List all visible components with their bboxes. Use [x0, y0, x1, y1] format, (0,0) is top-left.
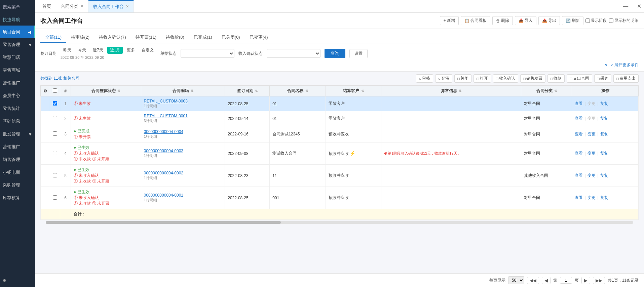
review-button[interactable]: ○ 审核 — [416, 74, 433, 83]
row1-code-link[interactable]: RETAIL_CUSTOM-0003 — [144, 99, 222, 104]
status-tab-completed[interactable]: 已完成(1) — [189, 32, 217, 43]
sidebar-item-stock[interactable]: 库存核算 — [0, 192, 35, 204]
row5-copy-btn[interactable]: 复制 — [600, 173, 608, 178]
sidebar-item-retail-mgmt[interactable]: 零售管理 ▼ — [0, 38, 35, 51]
delete-button[interactable]: 🗑 删除 — [492, 16, 513, 25]
sidebar-item-smart-store[interactable]: 智慧门店 — [0, 51, 35, 64]
contract-board-button[interactable]: 📋 合同看板 — [461, 16, 490, 25]
next-page-button[interactable]: ▶ — [581, 277, 590, 284]
row4-change-btn[interactable]: 变更 — [588, 151, 596, 156]
row2-code-link[interactable]: RETAIL_CUSTOM-0001 — [144, 114, 222, 118]
query-button[interactable]: 查询 — [325, 49, 345, 58]
sidebar-item-base-info[interactable]: 基础信息 — [0, 115, 35, 128]
show-detail-checkbox[interactable]: 显示标的明细 — [609, 18, 639, 24]
row3-copy-btn[interactable]: 复制 — [600, 132, 608, 136]
set-button[interactable]: 设置 — [349, 49, 368, 58]
refresh-button[interactable]: 🔄 刷新 — [562, 16, 583, 25]
row1-view-btn[interactable]: 查看 — [575, 101, 583, 106]
bill-status-select[interactable] — [181, 49, 234, 58]
tab-close-contract-category[interactable]: ✕ — [80, 4, 83, 8]
expand-conditions-button[interactable]: ∨ ∨ 展开更多条件 — [605, 62, 639, 68]
row5-change-btn[interactable]: 变更 — [588, 173, 596, 178]
col-sign-date[interactable]: 签订日期 ⇅ — [225, 86, 270, 96]
status-tab-pending-receipt[interactable]: 待收款(8) — [161, 32, 189, 43]
sidebar-item-sales-mgmt[interactable]: 销售管理 — [0, 153, 35, 166]
col-contract-name[interactable]: 合同名称 ⇅ — [270, 86, 326, 96]
date-btn-today[interactable]: 今天 — [75, 47, 89, 54]
status-tab-closed[interactable]: 已关闭(0) — [217, 32, 245, 43]
sidebar-item-member[interactable]: 会员中心 — [0, 89, 35, 102]
col-contract-status[interactable]: 合同整体状态 ⇅ — [71, 86, 141, 96]
col-contract-code[interactable]: 合同编码 ⇅ — [141, 86, 225, 96]
first-page-button[interactable]: ◀◀ — [527, 277, 539, 284]
row2-checkbox[interactable] — [50, 111, 60, 126]
row1-checkbox[interactable] — [50, 96, 60, 111]
export-button[interactable]: 📤 导出 — [538, 16, 560, 25]
sidebar-item-wholesale[interactable]: 批发管理 ▼ — [0, 128, 35, 140]
row2-copy-btn[interactable]: 复制 — [600, 116, 608, 121]
row3-checkbox[interactable] — [50, 126, 60, 142]
close-button[interactable]: □ 关闭 — [454, 74, 471, 83]
sidebar-item-ecommerce[interactable]: 小畅电商 — [0, 166, 35, 179]
expense-out-button[interactable]: □ 费用支出 — [613, 74, 639, 83]
close-icon[interactable]: ✕ — [637, 3, 641, 9]
date-btn-custom[interactable]: 自定义 — [139, 47, 156, 54]
sidebar-item-purchase[interactable]: 采购管理 — [0, 179, 35, 192]
sidebar-quick-nav[interactable]: 快捷导航 — [0, 14, 35, 26]
row3-view-btn[interactable]: 查看 — [575, 132, 583, 136]
sidebar-item-marketing2[interactable]: 营销推广 — [0, 140, 35, 153]
col-abnormal[interactable]: 异常信息 ⇅ — [381, 86, 521, 96]
row4-checkbox[interactable] — [50, 142, 60, 165]
row5-checkbox[interactable] — [50, 165, 60, 187]
date-btn-more[interactable]: 更多 — [124, 47, 138, 54]
row4-copy-btn[interactable]: 复制 — [600, 151, 608, 156]
row4-view-btn[interactable]: 查看 — [575, 151, 583, 156]
col-category[interactable]: 合同分类 ⇅ — [521, 86, 572, 96]
receipt-button[interactable]: □ 收款 — [547, 74, 565, 83]
sidebar-item-retail-stats[interactable]: 零售统计 — [0, 102, 35, 115]
row5-view-btn[interactable]: 查看 — [575, 173, 583, 178]
row3-change-btn[interactable]: 变更 — [588, 132, 596, 136]
add-button[interactable]: + 新增 — [440, 16, 459, 25]
page-number-input[interactable] — [560, 277, 572, 284]
scrollbar-thumb[interactable] — [46, 221, 281, 224]
confirm-status-select[interactable] — [267, 49, 320, 58]
row6-code-link[interactable]: 0000000000004-0001 — [144, 193, 222, 198]
import-button[interactable]: 📥 导入 — [515, 16, 536, 25]
date-btn-yesterday[interactable]: 昨天 — [61, 47, 74, 54]
prev-page-button[interactable]: ◀ — [542, 277, 551, 284]
row2-view-btn[interactable]: 查看 — [575, 116, 583, 121]
expense-contract-button[interactable]: □ 支出合同 — [567, 74, 592, 83]
row6-change-btn[interactable]: 变更 — [588, 195, 596, 200]
status-tab-all[interactable]: 全部(11) — [40, 32, 66, 43]
tab-contract-category[interactable]: 合同分类 ✕ — [56, 0, 88, 12]
col-checkbox-all[interactable] — [50, 86, 60, 96]
date-btn-7days[interactable]: 近7天 — [90, 47, 106, 54]
minimize-icon[interactable]: — — [623, 3, 628, 9]
row6-view-btn[interactable]: 查看 — [575, 195, 583, 200]
income-confirm-button[interactable]: □ 收入确认 — [493, 74, 518, 83]
horizontal-scrollbar[interactable] — [46, 221, 633, 224]
tab-home[interactable]: 首页 — [38, 0, 56, 12]
sidebar-item-retail-mall[interactable]: 零售商城 — [0, 64, 35, 77]
row3-code-link[interactable]: 0000000000004-0004 — [144, 129, 222, 134]
col-settings-icon[interactable]: ⚙ — [41, 86, 50, 96]
show-stage-checkbox[interactable]: 显示阶段 — [585, 18, 607, 24]
abandon-review-button[interactable]: ○ 弃审 — [435, 74, 452, 83]
row5-code-link[interactable]: 0000000000004-0002 — [144, 171, 222, 175]
row1-copy-btn[interactable]: 复制 — [600, 101, 608, 106]
row4-code-link[interactable]: 0000000000004-0003 — [144, 149, 222, 153]
sidebar-item-marketing[interactable]: 营销推广 — [0, 77, 35, 89]
row6-checkbox[interactable] — [50, 187, 60, 209]
col-customer[interactable]: 结算客户 ⇅ — [326, 86, 381, 96]
date-btn-1month[interactable]: 近1月 — [107, 47, 123, 54]
row6-copy-btn[interactable]: 复制 — [600, 195, 608, 200]
open-button[interactable]: □ 打开 — [473, 74, 491, 83]
last-page-button[interactable]: ▶▶ — [593, 277, 605, 284]
sales-invoice-button[interactable]: □ 销售发票 — [520, 74, 545, 83]
status-tab-changed[interactable]: 已变更(4) — [245, 32, 273, 43]
sidebar-item-project-contract[interactable]: 项目合同 ◀ — [0, 26, 35, 38]
sidebar-settings[interactable]: ⚙ — [0, 274, 35, 287]
per-page-select[interactable]: 50 — [508, 276, 524, 284]
tab-close-income-contract[interactable]: ✕ — [126, 4, 129, 9]
